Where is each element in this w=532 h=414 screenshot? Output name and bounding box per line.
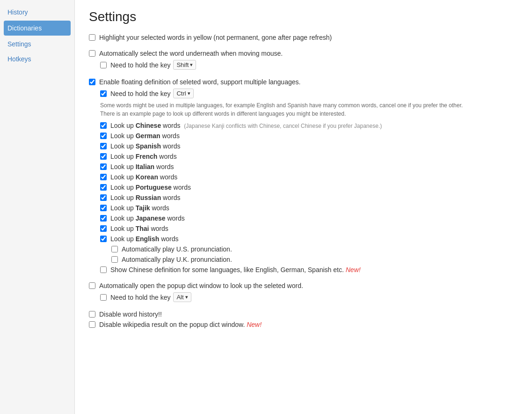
auto-select-checkbox[interactable]	[89, 50, 95, 57]
disable-history-checkbox[interactable]	[89, 311, 95, 318]
lang-korean-checkbox[interactable]	[100, 174, 107, 180]
lang-spanish-checkbox[interactable]	[100, 143, 107, 149]
page-title: Settings	[89, 9, 518, 24]
alt-key-dropdown[interactable]: Alt	[173, 292, 191, 302]
auto-play-uk-label[interactable]: Automatically play U.K. pronunciation.	[122, 256, 232, 263]
disable-history-block: Disable word history!! Disable wikipedia…	[89, 310, 518, 328]
disable-wikipedia-row: Disable wikipedia result on the popup di…	[89, 321, 518, 328]
lang-chinese-label[interactable]: Look up Chinese words (Japanese Kanji co…	[110, 122, 382, 129]
lang-chinese-checkbox[interactable]	[100, 122, 107, 129]
shift-key-dropdown[interactable]: Shift	[173, 60, 196, 70]
floating-block: Enable floating definition of seleted wo…	[89, 78, 518, 274]
lang-tajik-label[interactable]: Look up Tajik words	[110, 204, 169, 212]
lang-thai-row: Look up Thai words	[100, 225, 518, 232]
auto-play-us-checkbox[interactable]	[111, 246, 118, 252]
auto-open-popup-checkbox[interactable]	[89, 282, 95, 289]
highlight-words-row: Highlight your selected words in yellow …	[89, 34, 518, 41]
highlight-words-block: Highlight your selected words in yellow …	[89, 34, 518, 41]
disable-wikipedia-new-badge: New!	[247, 321, 262, 328]
auto-play-uk-row: Automatically play U.K. pronunciation.	[111, 256, 518, 263]
lang-english-row: Look up English words	[100, 235, 518, 243]
auto-play-uk-checkbox[interactable]	[111, 256, 118, 263]
lang-german-label[interactable]: Look up German words	[110, 132, 180, 140]
floating-row: Enable floating definition of seleted wo…	[89, 78, 518, 86]
sidebar-item-dictionaries[interactable]: Dictionaries	[4, 21, 71, 36]
disable-history-row: Disable word history!!	[89, 310, 518, 318]
auto-select-block: Automatically select the word underneath…	[89, 50, 518, 70]
lang-french-checkbox[interactable]	[100, 153, 107, 160]
auto-open-popup-label[interactable]: Automatically open the popup dict window…	[99, 282, 303, 289]
auto-select-row: Automatically select the word underneath…	[89, 50, 518, 57]
sidebar-item-history[interactable]: History	[0, 5, 74, 20]
lang-portuguese-row: Look up Portuguese words	[100, 184, 518, 191]
lang-tajik-row: Look up Tajik words	[100, 204, 518, 212]
lang-thai-label[interactable]: Look up Thai words	[110, 225, 168, 232]
show-chinese-def-label[interactable]: Show Chinese definition for some languag…	[110, 266, 361, 274]
lang-french-row: Look up French words	[100, 153, 518, 160]
lang-german-row: Look up German words	[100, 132, 518, 140]
show-chinese-def-new-badge: New!	[346, 266, 361, 274]
floating-label[interactable]: Enable floating definition of seleted wo…	[99, 78, 300, 86]
lang-chinese-row: Look up Chinese words (Japanese Kanji co…	[100, 122, 518, 129]
lang-italian-checkbox[interactable]	[100, 163, 107, 170]
hold-alt-checkbox[interactable]	[100, 294, 107, 301]
lang-spanish-label[interactable]: Look up Spanish words	[110, 142, 180, 150]
show-chinese-def-checkbox[interactable]	[100, 266, 107, 273]
highlight-words-label[interactable]: Highlight your selected words in yellow …	[99, 34, 332, 41]
highlight-words-checkbox[interactable]	[89, 34, 95, 41]
lang-japanese-label[interactable]: Look up Japanese words	[110, 214, 185, 222]
auto-open-popup-row: Automatically open the popup dict window…	[89, 282, 518, 289]
hold-ctrl-label[interactable]: Need to hold the key	[110, 90, 170, 97]
lang-italian-row: Look up Italian words	[100, 163, 518, 170]
ctrl-key-dropdown[interactable]: Ctrl	[173, 89, 193, 98]
lang-russian-label[interactable]: Look up Russian words	[110, 194, 180, 201]
lang-russian-checkbox[interactable]	[100, 194, 107, 201]
lang-japanese-checkbox[interactable]	[100, 215, 107, 222]
hold-key-shift-row: Need to hold the key Shift	[100, 60, 518, 70]
lang-tajik-checkbox[interactable]	[100, 205, 107, 211]
auto-play-us-label[interactable]: Automatically play U.S. pronunciation.	[122, 245, 232, 253]
lang-french-label[interactable]: Look up French words	[110, 153, 177, 160]
lang-portuguese-label[interactable]: Look up Portuguese words	[110, 184, 191, 191]
lang-italian-label[interactable]: Look up Italian words	[110, 163, 174, 170]
hold-key-alt-row: Need to hold the key Alt	[100, 292, 518, 302]
main-content: Settings Highlight your selected words i…	[75, 0, 532, 414]
lang-russian-row: Look up Russian words	[100, 194, 518, 201]
auto-select-label[interactable]: Automatically select the word underneath…	[99, 50, 283, 57]
info-text-1: Some words might be used in multiple lan…	[100, 102, 463, 109]
floating-checkbox[interactable]	[89, 79, 95, 85]
sidebar-item-hotkeys[interactable]: Hotkeys	[0, 52, 74, 67]
info-text-2: There is an example page to look up diff…	[100, 111, 346, 117]
sidebar: History Dictionaries Settings Hotkeys	[0, 0, 75, 414]
sidebar-item-settings[interactable]: Settings	[0, 37, 74, 52]
lang-english-checkbox[interactable]	[100, 236, 107, 242]
lang-portuguese-checkbox[interactable]	[100, 184, 107, 191]
lang-german-checkbox[interactable]	[100, 133, 107, 139]
hold-ctrl-checkbox[interactable]	[100, 90, 107, 97]
info-text-block: Some words might be used in multiple lan…	[100, 101, 518, 118]
show-chinese-def-row: Show Chinese definition for some languag…	[100, 266, 518, 274]
lang-japanese-row: Look up Japanese words	[100, 214, 518, 222]
hold-key-ctrl-row: Need to hold the key Ctrl	[100, 89, 518, 98]
lang-korean-label[interactable]: Look up Korean words	[110, 173, 177, 181]
disable-history-label[interactable]: Disable word history!!	[99, 310, 162, 318]
hold-alt-label[interactable]: Need to hold the key	[110, 294, 170, 301]
lang-spanish-row: Look up Spanish words	[100, 142, 518, 150]
lang-korean-row: Look up Korean words	[100, 173, 518, 181]
lang-thai-checkbox[interactable]	[100, 225, 107, 232]
hold-shift-checkbox[interactable]	[100, 62, 107, 68]
disable-wikipedia-checkbox[interactable]	[89, 321, 95, 328]
auto-open-popup-block: Automatically open the popup dict window…	[89, 282, 518, 302]
hold-shift-label[interactable]: Need to hold the key	[110, 61, 170, 69]
lang-english-label[interactable]: Look up English words	[110, 235, 179, 243]
disable-wikipedia-label[interactable]: Disable wikipedia result on the popup di…	[99, 321, 262, 328]
auto-play-us-row: Automatically play U.S. pronunciation.	[111, 245, 518, 253]
